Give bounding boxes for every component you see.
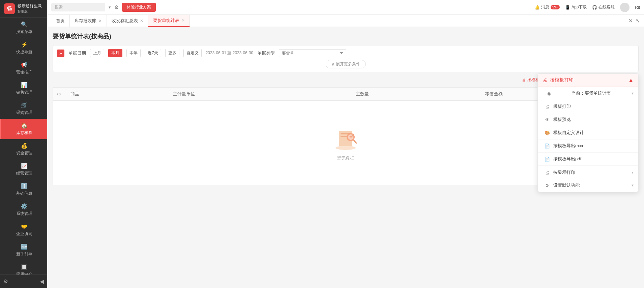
- apps-icon: 🔲: [21, 264, 28, 270]
- marketing-icon: 📢: [21, 62, 28, 68]
- empty-illustration: [329, 124, 362, 151]
- date-btn-prev[interactable]: 上月: [90, 49, 104, 57]
- tab-receipt-summary[interactable]: 收发存汇总表 ✕: [107, 15, 148, 27]
- main-content: 搜索 ▾ ⚙ 体验行业方案 🔔 消息 99+ 📱 App下载 🎧 在线客服 Ri…: [47, 0, 644, 288]
- window-close-btn[interactable]: ✕: [628, 18, 633, 24]
- download-icon: 📱: [565, 5, 570, 10]
- sidebar-item-search[interactable]: 🔍 搜索菜单: [0, 18, 47, 38]
- user-avatar[interactable]: [620, 3, 630, 12]
- sidebar-item-purchase[interactable]: 🛒 采购管理: [0, 99, 47, 119]
- search-icon: 🔍: [21, 21, 28, 28]
- date-btn-curr[interactable]: 本月: [108, 49, 122, 57]
- display-print-label: 按显示打印: [553, 169, 575, 175]
- topbar-actions: 🔔 消息 99+ 📱 App下载 🎧 在线客服 Rit: [535, 3, 640, 12]
- sidebar-settings-btn[interactable]: ⚙: [3, 278, 8, 285]
- dropdown-display-print[interactable]: 🖨 按显示打印 ▾: [538, 166, 638, 179]
- type-filter-select[interactable]: 要货单: [279, 49, 346, 57]
- sidebar: 畅 畅康通好生意 标准版 🔍 搜索菜单 ⚡ 快捷导航 📢 营销推广 📊 销售管理…: [0, 0, 47, 288]
- default-fn-label: 设置默认功能: [553, 182, 580, 188]
- gear-icon: ⚙️: [21, 203, 28, 210]
- topbar-gear-icon[interactable]: ⚙: [114, 4, 119, 10]
- date-btn-custom[interactable]: 自定义: [183, 49, 202, 57]
- search-dropdown-icon[interactable]: ▾: [109, 5, 111, 10]
- pdf-icon: 📄: [545, 157, 550, 162]
- bell-icon: 🔔: [535, 5, 540, 10]
- sidebar-item-guide[interactable]: 🆕 新手引导: [0, 240, 47, 260]
- sidebar-item-sales[interactable]: 📊 销售管理: [0, 78, 47, 99]
- dropdown-current-item: ◉ 当前：要货单统计表 ▾: [538, 87, 638, 100]
- dropdown-item-template-preview[interactable]: 👁 模板预览: [538, 113, 638, 126]
- default-fn-arrow: ▾: [632, 183, 634, 188]
- display-print-icon: 🖨: [545, 170, 550, 175]
- filter-expand-row: ∨ 展开更多条件: [57, 60, 634, 68]
- sidebar-item-label: 基础信息: [16, 191, 32, 196]
- dropdown-header: 🖨 按模板打印 ▲: [538, 74, 638, 87]
- sidebar-item-label: 企业协同: [16, 231, 32, 237]
- dropdown-close-btn[interactable]: ▲: [628, 77, 634, 83]
- sidebar-item-label: 应用中心: [16, 271, 32, 275]
- app-logo-icon: 畅: [4, 3, 15, 14]
- print-dropdown-panel: 🖨 按模板打印 ▲ ◉ 当前：要货单统计表 ▾ 🖨 模板打印 👁 模板预览 🎨: [537, 73, 639, 192]
- sidebar-item-label: 搜索菜单: [16, 29, 32, 35]
- app-title: 畅康通好生意: [18, 4, 42, 9]
- default-fn-icon: ⚙: [545, 183, 550, 188]
- online-service-btn[interactable]: 🎧 在线客服: [592, 4, 615, 10]
- dropdown-item-template-print[interactable]: 🖨 模板打印: [538, 100, 638, 113]
- sidebar-item-system[interactable]: ⚙️ 系统管理: [0, 200, 47, 220]
- current-indicator: ◉: [547, 91, 551, 96]
- dropdown-title: 按模板打印: [550, 77, 574, 83]
- message-btn[interactable]: 🔔 消息 99+: [535, 4, 560, 10]
- printer-icon: 🖨: [522, 78, 526, 83]
- operation-icon: 📈: [21, 163, 28, 169]
- sidebar-item-apps[interactable]: 🔲 应用中心: [0, 260, 47, 275]
- date-btn-more[interactable]: 更多: [165, 49, 179, 57]
- sidebar-item-label: 销售管理: [16, 90, 32, 95]
- tab-window-controls: ✕ ⤡: [628, 18, 644, 24]
- tab-close-order[interactable]: ✕: [181, 18, 185, 23]
- filter-row-1: » 单据日期 上月 本月 本年 近7天 更多 自定义 2023-06-01 至 …: [57, 49, 634, 57]
- design-icon: 🎨: [545, 130, 550, 135]
- display-print-arrow: ▾: [632, 170, 634, 175]
- dropdown-item-export-pdf[interactable]: 📄 按模板导出pdf: [538, 153, 638, 166]
- tab-batch-account[interactable]: 库存批次账 ✕: [70, 15, 107, 27]
- date-btn-year[interactable]: 本年: [126, 49, 141, 57]
- sidebar-item-label: 营销推广: [16, 69, 32, 75]
- print-icon: 🖨: [545, 104, 550, 109]
- tab-order-stats[interactable]: 要货单统计表 ✕: [148, 15, 190, 27]
- dropdown-item-template-design[interactable]: 🎨 模板自定义设计: [538, 126, 638, 139]
- sidebar-item-marketing[interactable]: 📢 营销推广: [0, 58, 47, 78]
- tab-close-batch[interactable]: ✕: [98, 19, 102, 23]
- tab-close-receipt[interactable]: ✕: [140, 19, 143, 23]
- dropdown-default-fn[interactable]: ⚙ 设置默认功能 ▾: [538, 179, 638, 192]
- col-qty: 主数量: [352, 88, 481, 101]
- filter-expand-btn[interactable]: »: [57, 50, 64, 57]
- app-download-btn[interactable]: 📱 App下载: [565, 4, 587, 10]
- expand-more-btn[interactable]: ∨ 展开更多条件: [326, 60, 366, 68]
- industry-btn[interactable]: 体验行业方案: [122, 3, 156, 12]
- sidebar-item-label: 经营管理: [16, 170, 32, 176]
- sidebar-item-collab[interactable]: 🤝 企业协同: [0, 220, 47, 240]
- date-btn-7days[interactable]: 近7天: [145, 49, 161, 57]
- finance-icon: 💰: [21, 142, 28, 149]
- window-maximize-btn[interactable]: ⤡: [636, 18, 640, 24]
- headset-icon: 🎧: [592, 5, 597, 10]
- col-settings[interactable]: ⚙: [53, 88, 66, 101]
- sidebar-collapse-btn[interactable]: ◀: [40, 278, 44, 285]
- sidebar-item-inventory[interactable]: 🏠 库存核算: [0, 119, 47, 139]
- sidebar-item-label: 资金管理: [16, 150, 32, 156]
- export-pdf-label: 按模板导出pdf: [553, 156, 581, 162]
- date-range-display: 2023-06-01 至 2023-06-30: [206, 50, 253, 56]
- tab-home[interactable]: 首页: [51, 15, 70, 27]
- sidebar-item-label: 采购管理: [16, 110, 32, 116]
- sidebar-item-quick-nav[interactable]: ⚡ 快捷导航: [0, 38, 47, 58]
- current-dropdown-arrow: ▾: [632, 91, 634, 96]
- sidebar-item-basic[interactable]: ℹ️ 基础信息: [0, 180, 47, 200]
- svg-rect-3: [341, 136, 347, 137]
- sidebar-item-label: 库存核算: [16, 130, 32, 136]
- sidebar-item-finance[interactable]: 💰 资金管理: [0, 139, 47, 159]
- sidebar-item-operation[interactable]: 📈 经营管理: [0, 159, 47, 180]
- username-label: Rit: [635, 5, 640, 10]
- dropdown-item-export-excel[interactable]: 📄 按模板导出excel: [538, 139, 638, 153]
- table-settings-icon[interactable]: ⚙: [57, 92, 61, 97]
- info-icon: ℹ️: [21, 183, 28, 189]
